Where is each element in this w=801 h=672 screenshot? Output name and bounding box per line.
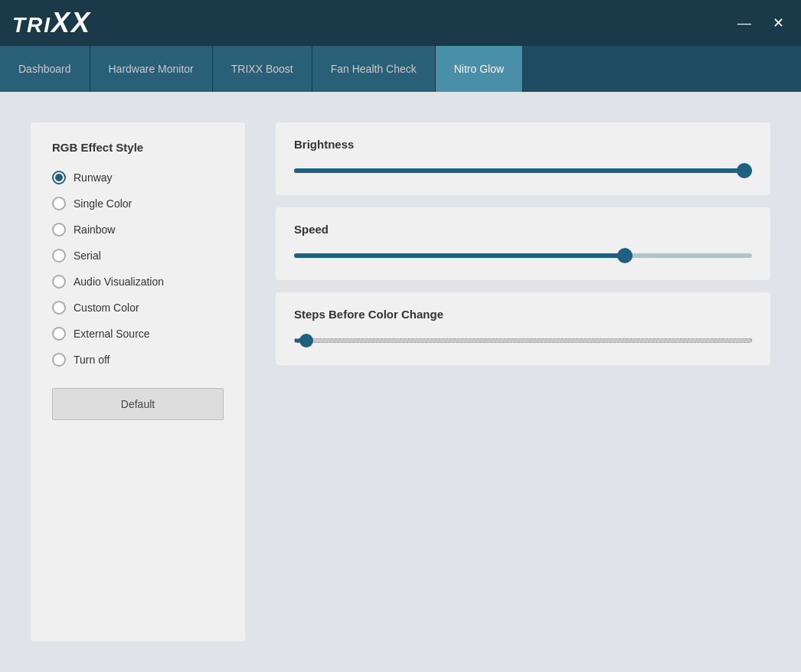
- tab-fan-health-check[interactable]: Fan Health Check: [312, 46, 436, 92]
- default-button[interactable]: Default: [52, 388, 224, 420]
- speed-slider[interactable]: [294, 253, 752, 258]
- titlebar: TRIXX — ✕: [0, 0, 801, 46]
- radio-single-color[interactable]: [52, 197, 66, 210]
- left-panel: RGB Effect Style Runway Single Color Rai…: [31, 122, 245, 641]
- radio-custom-color[interactable]: [52, 301, 66, 315]
- radio-runway[interactable]: [52, 171, 66, 184]
- steps-card: Steps Before Color Change: [276, 292, 770, 365]
- minimize-button[interactable]: —: [734, 12, 755, 34]
- radio-serial[interactable]: [52, 249, 66, 263]
- close-button[interactable]: ✕: [767, 12, 789, 34]
- window-controls: — ✕: [734, 12, 789, 34]
- radio-label-external-source: External Source: [74, 328, 150, 340]
- logo-tri: TRI: [12, 13, 51, 37]
- brightness-card: Brightness: [276, 122, 770, 195]
- radio-item-runway[interactable]: Runway: [52, 168, 224, 188]
- rgb-effect-style-title: RGB Effect Style: [52, 141, 224, 154]
- right-panel: Brightness Speed Steps Before Color Chan…: [276, 122, 770, 641]
- speed-card: Speed: [276, 207, 770, 280]
- brightness-slider-container: [294, 163, 752, 178]
- brightness-slider[interactable]: [294, 168, 752, 173]
- main-content: RGB Effect Style Runway Single Color Rai…: [0, 92, 801, 672]
- radio-label-single-color: Single Color: [74, 197, 132, 210]
- steps-slider[interactable]: [294, 338, 752, 343]
- steps-slider-container: [294, 333, 752, 348]
- radio-turn-off[interactable]: [52, 353, 66, 367]
- tab-trixx-boost[interactable]: TRIXX Boost: [213, 46, 312, 92]
- radio-label-audio-visualization: Audio Visualization: [74, 276, 164, 288]
- speed-label: Speed: [294, 223, 752, 236]
- brightness-label: Brightness: [294, 138, 752, 151]
- radio-label-custom-color: Custom Color: [74, 302, 139, 314]
- steps-label: Steps Before Color Change: [294, 308, 752, 321]
- speed-slider-container: [294, 248, 752, 263]
- radio-item-custom-color[interactable]: Custom Color: [52, 298, 224, 318]
- radio-item-single-color[interactable]: Single Color: [52, 194, 224, 214]
- radio-item-external-source[interactable]: External Source: [52, 324, 224, 344]
- radio-group: Runway Single Color Rainbow Serial Audio…: [52, 168, 224, 370]
- radio-item-turn-off[interactable]: Turn off: [52, 350, 224, 370]
- radio-external-source[interactable]: [52, 327, 66, 341]
- navbar: Dashboard Hardware Monitor TRIXX Boost F…: [0, 46, 801, 92]
- radio-label-serial: Serial: [74, 250, 101, 262]
- tab-hardware-monitor[interactable]: Hardware Monitor: [90, 46, 213, 92]
- tab-nitro-glow[interactable]: Nitro Glow: [436, 46, 523, 92]
- logo-xx: XX: [51, 7, 91, 38]
- app-logo: TRIXX: [12, 7, 91, 39]
- radio-audio-visualization[interactable]: [52, 275, 66, 289]
- radio-label-runway: Runway: [74, 171, 113, 184]
- logo-text: TRIXX: [12, 7, 91, 39]
- radio-item-audio-visualization[interactable]: Audio Visualization: [52, 272, 224, 292]
- radio-rainbow[interactable]: [52, 223, 66, 237]
- radio-item-serial[interactable]: Serial: [52, 246, 224, 266]
- radio-label-turn-off: Turn off: [74, 354, 110, 366]
- radio-label-rainbow: Rainbow: [74, 223, 115, 236]
- radio-item-rainbow[interactable]: Rainbow: [52, 220, 224, 240]
- tab-dashboard[interactable]: Dashboard: [0, 46, 90, 92]
